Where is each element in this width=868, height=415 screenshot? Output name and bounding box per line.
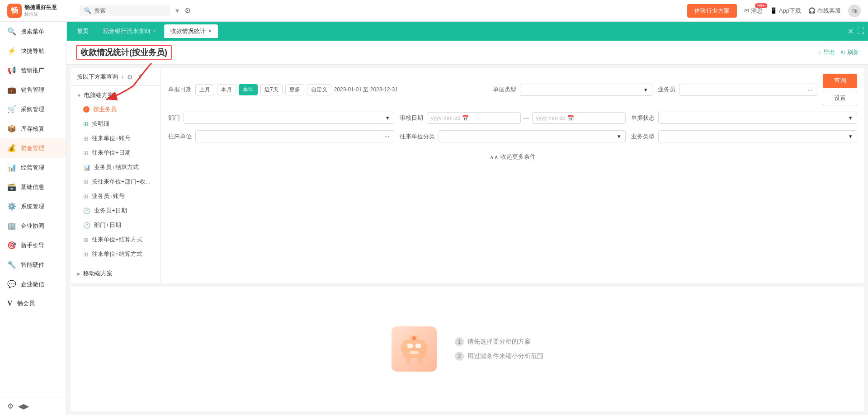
tab-bank-flow[interactable]: 现金银行流水查询 × [97, 24, 162, 38]
filter-item-doc-status: 单据状态 ▾ [631, 112, 857, 124]
collapse-bar[interactable]: ∧∧ 收起更多条件 [172, 149, 854, 165]
bottom-settings-icon[interactable]: ⚙ [7, 402, 14, 410]
dept-select[interactable]: ▾ [184, 112, 394, 124]
tab-close-all-icon[interactable]: ✕ [848, 27, 854, 36]
svg-rect-5 [424, 344, 428, 352]
empty-tip-1: 1 请先选择要分析的方案 [455, 337, 543, 346]
calendar-end-icon[interactable]: 📅 [567, 115, 574, 121]
member-icon: V [7, 299, 13, 307]
collapse-label: 收起更多条件 [500, 153, 536, 161]
scheme-item-partner-date[interactable]: ⊞ 往来单位+日期 [71, 146, 160, 160]
sidebar-item-label: 新手引导 [21, 241, 44, 250]
tab-bank-flow-close[interactable]: × [153, 28, 156, 34]
sidebar-item-enterprise[interactable]: 🏢 企业协同 [0, 216, 66, 236]
date-btn-more[interactable]: 更多 [285, 84, 304, 95]
partner-category-select[interactable]: ▾ [439, 130, 626, 142]
sidebar-item-finance[interactable]: 💰 资金管理 [0, 138, 66, 158]
date-btn-this-month[interactable]: 本月 [217, 84, 236, 95]
date-btn-last-month[interactable]: 上月 [195, 84, 214, 95]
scheme-item-detail[interactable]: ⊞ 按明细 [71, 117, 160, 131]
settings-button[interactable]: 设置 [823, 91, 857, 105]
scheme-item-salesperson-settlement[interactable]: 📊 业务员+结算方式 [71, 160, 160, 174]
sidebar-item-label: 基础信息 [21, 183, 44, 191]
partner-select[interactable]: ··· [195, 130, 394, 142]
salesperson-more-icon[interactable]: ··· [807, 86, 812, 93]
trial-button[interactable]: 体验行业方案 [687, 4, 737, 18]
salesperson-acct-icon: ⊞ [83, 193, 88, 200]
review-date-input-group: yyyy-mm-dd 📅 — yyyy-mm-dd 📅 [427, 112, 626, 124]
date-btn-this-year[interactable]: 本年 [239, 84, 258, 95]
sidebar-item-purchase[interactable]: 🛒 采购管理 [0, 99, 66, 119]
tab-fullscreen-icon[interactable]: ⛶ [857, 27, 864, 35]
scheme-desktop-toggle[interactable]: ▼ 电脑端方案 [71, 89, 160, 102]
app-download-btn[interactable]: 📱 App下载 [770, 7, 801, 15]
export-btn[interactable]: ↑ 导出 [819, 48, 835, 57]
sidebar-item-basic-info[interactable]: 🗃️ 基础信息 [0, 177, 66, 197]
app-download-label: App下载 [779, 7, 801, 15]
inventory-icon: 📦 [7, 124, 16, 133]
tab-collection-stats-close[interactable]: × [208, 28, 212, 34]
business-type-select[interactable]: ▾ [658, 130, 857, 142]
scheme-settings-icon[interactable]: ⚙ [127, 73, 133, 80]
scheme-item-partner-settle2[interactable]: ⊞ 往来单位+结算方式 [71, 247, 160, 261]
sidebar-item-inventory[interactable]: 📦 库存核算 [0, 119, 66, 138]
scheme-item-partner-dept[interactable]: ⊞ 按往来单位+部门+收... [71, 174, 160, 189]
sidebar-item-hardware[interactable]: 🔧 智能硬件 [0, 255, 66, 274]
sidebar-item-marketing[interactable]: 📢 营销推广 [0, 61, 66, 80]
tab-home[interactable]: 首页 [71, 24, 95, 38]
scheme-item-label: 业务员+账号 [92, 192, 125, 200]
partner-category-dropdown-icon: ▾ [618, 133, 621, 140]
online-service-btn[interactable]: 🎧 在线客服 [808, 7, 841, 15]
scheme-item-salesperson-acct[interactable]: ⊞ 业务员+账号 [71, 189, 160, 203]
search-input[interactable] [94, 7, 157, 14]
partner-more-btn[interactable]: ··· [384, 133, 389, 140]
refresh-icon: ↻ [840, 49, 845, 56]
search-menu-icon: 🔍 [7, 27, 16, 36]
sidebar-item-wechat[interactable]: 💬 企业微信 [0, 274, 66, 294]
bottom-expand-icon[interactable]: ◀▶ [18, 402, 29, 410]
scheme-panel: 按以下方案查询 + ⚙ 《 ▼ 电脑端方案 ✓ 按业务员 ⊞ [71, 68, 161, 283]
partner-dept-icon: ⊞ [83, 179, 88, 185]
filter-row-2: 部门 ▾ 审核日期 yyyy-mm-dd 📅 [168, 112, 857, 124]
review-date-end-input[interactable]: yyyy-mm-dd 📅 [532, 112, 626, 124]
sidebar-item-label: 智能硬件 [21, 261, 44, 269]
scheme-item-salesperson[interactable]: ✓ 按业务员 [71, 102, 160, 117]
scheme-item-dept-date[interactable]: 🕐 部门+日期 [71, 218, 160, 232]
dropdown-icon[interactable]: ▾ [175, 6, 179, 15]
doc-type-select[interactable]: ▾ [520, 84, 652, 96]
refresh-btn[interactable]: ↻ 刷新 [840, 48, 859, 57]
doc-status-select[interactable]: ▾ [658, 112, 857, 124]
sidebar-item-search[interactable]: 🔍 搜索菜单 [0, 22, 66, 41]
scheme-item-salesperson-date[interactable]: 🕐 业务员+日期 [71, 203, 160, 218]
sidebar-item-quicknav[interactable]: ⚡ 快捷导航 [0, 41, 66, 61]
top-bar: 畅 畅捷通好生意 标准版 🔍 ▾ ⚙ 体验行业方案 ✉ 消息 99+ 📱 App… [0, 0, 868, 22]
date-btn-custom[interactable]: 自定义 [307, 84, 331, 95]
sidebar-item-label: 畅会员 [17, 299, 35, 307]
scheme-item-partner-settle1[interactable]: ⊞ 往来单位+结算方式 [71, 232, 160, 247]
review-date-start-input[interactable]: yyyy-mm-dd 📅 [427, 112, 521, 124]
doc-type-label: 单据类型 [493, 85, 516, 94]
svg-rect-7 [418, 357, 422, 363]
sidebar-item-sales[interactable]: 💼 销售管理 [0, 80, 66, 99]
message-btn[interactable]: ✉ 消息 99+ [744, 7, 763, 15]
sidebar-item-member[interactable]: V 畅会员 [0, 294, 66, 313]
top-search-area[interactable]: 🔍 [80, 5, 170, 16]
calendar-start-icon[interactable]: 📅 [462, 115, 469, 121]
partner-category-label: 往来单位分类 [400, 132, 435, 141]
business-type-label: 业务类型 [631, 132, 655, 141]
date-btn-7days[interactable]: 近7天 [260, 84, 283, 95]
user-avatar[interactable]: Rit [848, 5, 861, 17]
scheme-mobile-toggle[interactable]: ▶ 移动端方案 [71, 267, 160, 280]
partner-account-icon: ⊞ [83, 135, 88, 142]
sidebar-item-operations[interactable]: 📊 经营管理 [0, 158, 66, 177]
sidebar-item-guide[interactable]: 🎯 新手引导 [0, 236, 66, 255]
sidebar-bottom: ⚙ ◀▶ [0, 397, 66, 415]
sidebar-item-system[interactable]: ⚙️ 系统管理 [0, 197, 66, 216]
settings-gear-icon[interactable]: ⚙ [184, 6, 191, 15]
tab-collection-stats[interactable]: 收款情况统计 × [164, 24, 218, 38]
query-button[interactable]: 查询 [823, 74, 857, 88]
salesperson-select[interactable]: ··· [679, 84, 817, 96]
scheme-add-icon[interactable]: + [121, 73, 124, 80]
scheme-collapse-icon[interactable]: 《 [136, 73, 141, 81]
scheme-item-partner-account[interactable]: ⊞ 往来单位+账号 [71, 131, 160, 146]
